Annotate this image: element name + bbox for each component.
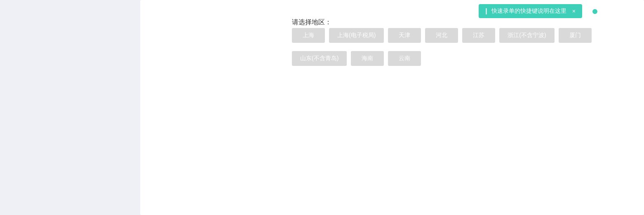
main-content: 请选择地区： 上海 上海(电子税局) 天津 河北 江苏 浙江(不含宁波) 厦门 …: [140, 0, 644, 215]
tooltip-banner: 快速录单的快捷键说明在这里 ×: [479, 4, 582, 18]
tooltip-text: 快速录单的快捷键说明在这里: [491, 7, 566, 15]
region-btn-jiangsu[interactable]: 江苏: [462, 28, 495, 43]
region-row-2: 山东(不含青岛) 海南 云南: [292, 51, 421, 66]
region-row-1: 上海 上海(电子税局) 天津 河北 江苏 浙江(不含宁波) 厦门: [292, 28, 592, 43]
region-buttons-container: 上海 上海(电子税局) 天津 河北 江苏 浙江(不含宁波) 厦门 山东(不含青岛…: [292, 28, 644, 66]
region-select-label: 请选择地区：: [292, 18, 331, 27]
tooltip-close-button[interactable]: ×: [572, 8, 576, 14]
tooltip-dot: [592, 9, 597, 14]
region-btn-shandong[interactable]: 山东(不含青岛): [292, 51, 347, 66]
region-btn-shanghai[interactable]: 上海: [292, 28, 325, 43]
region-btn-xiamen[interactable]: 厦门: [559, 28, 592, 43]
region-btn-tianjin[interactable]: 天津: [388, 28, 421, 43]
region-btn-yunnan[interactable]: 云南: [388, 51, 421, 66]
region-btn-hainan[interactable]: 海南: [351, 51, 384, 66]
region-btn-hebei[interactable]: 河北: [425, 28, 458, 43]
region-btn-shanghai-etax[interactable]: 上海(电子税局): [329, 28, 384, 43]
region-btn-zhejiang[interactable]: 浙江(不含宁波): [499, 28, 554, 43]
sidebar: [0, 0, 140, 215]
